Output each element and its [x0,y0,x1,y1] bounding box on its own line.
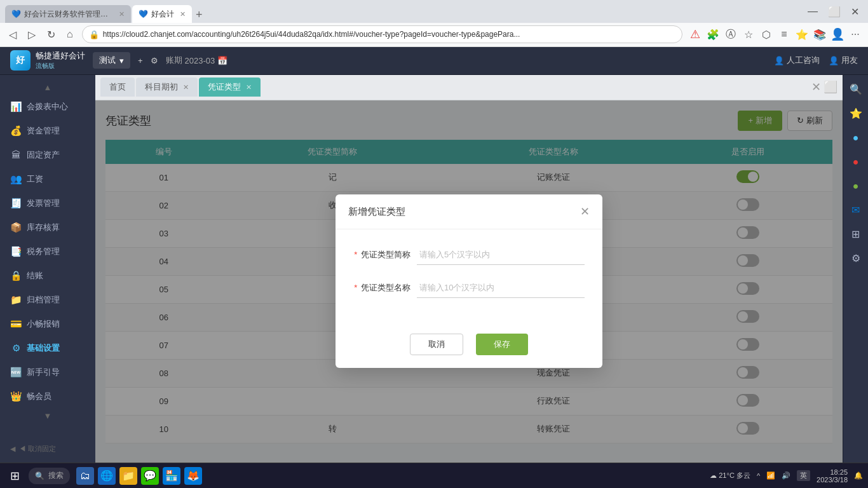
task-icon-store[interactable]: 🏪 [163,467,180,485]
short-name-input[interactable] [417,245,585,265]
right-outlook-icon[interactable]: ✉ [846,201,865,220]
right-blue-icon[interactable]: ● [846,128,865,147]
zoom-icon[interactable]: Ⓐ [724,28,737,41]
screenshot-icon[interactable]: ⬡ [760,28,773,41]
taskbar: ⊞ 🔍 搜索 🗂 🌐 📁 💬 🏪 🦊 ☁ 21°C 多云 ^ 📶 🔊 英 18:… [0,463,868,488]
sidebar-item-checkout[interactable]: 🔒 结账 [0,264,95,288]
help-icon: 👤 [774,56,784,65]
favorites-icon[interactable]: ⭐ [796,28,808,41]
sidebar-item-label: 库存核算 [27,222,60,233]
help-label: 人工咨询 [787,55,820,66]
header-tools: 👤 人工咨询 👤 用友 [774,55,858,66]
right-green-icon[interactable]: ● [846,177,865,196]
settings-button[interactable]: ⚙ [151,56,158,65]
sidebar-item-invoice[interactable]: 🧾 发票管理 [0,191,95,215]
user-button[interactable]: 👤 用友 [829,55,858,66]
calendar-icon: 📅 [217,56,227,65]
home-button[interactable]: ⌂ [64,26,76,43]
cancel-button[interactable]: 取消 [410,334,463,355]
more-icon[interactable]: ··· [849,28,862,41]
short-name-label: * 凭证类型简称 [353,249,417,261]
dialog-overlay: 新增凭证类型 ✕ * 凭证类型简称 [95,100,843,463]
sidebar-item-member[interactable]: 👑 畅会员 [0,384,95,409]
workspace-selector[interactable]: 测试 ▾ [93,52,130,69]
sidebar-item-accounting-center[interactable]: 📊 会拨表中心 [0,95,95,119]
back-button[interactable]: ◁ [6,26,19,43]
extensions-icon[interactable]: 🧩 [707,28,719,41]
sidebar-item-fixed-assets[interactable]: 🏛 固定资产 [0,143,95,167]
time-block[interactable]: 18:25 2023/3/18 [817,468,848,484]
close-button[interactable]: ✕ [847,4,863,19]
minimize-button[interactable]: — [804,4,822,18]
sidebar-item-funds[interactable]: 💰 资金管理 [0,119,95,143]
reader-mode-icon[interactable]: ≡ [778,28,790,41]
sidebar-item-archive[interactable]: 📁 归档管理 [0,288,95,312]
taskbar-caret-up[interactable]: ^ [757,472,760,480]
accounting-center-icon: 📊 [10,101,22,112]
required-mark: * [354,250,357,259]
sidebar-item-inventory[interactable]: 📦 库存核算 [0,215,95,240]
star-icon[interactable]: ☆ [742,28,755,41]
page-content: 凭证类型 + 新增 ↻ 刷新 [95,100,843,463]
sidebar-collapse-btn[interactable]: ◀ ◀ 取消固定 [0,440,95,458]
maximize-button[interactable]: ⬜ [824,4,844,19]
add-workspace-button[interactable]: + [138,56,143,65]
task-icon-explorer[interactable]: 📁 [119,467,137,485]
right-settings-icon[interactable]: ⚙ [846,249,865,268]
task-icon-wechat[interactable]: 💬 [141,467,159,485]
tab1-close-btn[interactable]: ✕ [119,10,125,18]
network-icon: 📶 [766,471,775,480]
tab-subjects[interactable]: 科目期初 ✕ [136,78,198,97]
tab-subjects-close[interactable]: ✕ [183,83,189,92]
right-red-icon[interactable]: ● [846,152,865,172]
full-name-input[interactable] [417,278,585,298]
forward-button[interactable]: ▷ [25,26,38,43]
panel-close-btn[interactable]: ✕ [811,80,821,94]
task-icon-files[interactable]: 🗂 [76,467,94,485]
refresh-button[interactable]: ↻ [44,26,58,43]
address-bar: ◁ ▷ ↻ ⌂ 🔒 https://cloud2.chanjet.com/acc… [0,23,868,47]
panel-expand-btn[interactable]: ⬜ [824,80,837,94]
dialog-close-btn[interactable]: ✕ [580,205,590,219]
tab1-favicon: 💙 [11,10,21,18]
sidebar-item-label: 新手引导 [27,367,60,378]
notification-icon[interactable]: 🔔 [854,471,863,480]
sidebar-item-guide[interactable]: 🆕 新手引导 [0,360,95,384]
sidebar-scroll-down[interactable]: ▼ [0,409,95,423]
add-icon: + [138,56,143,65]
browser-tab-1[interactable]: 💙 好会计云财务软件管理系统_会计 ✕ [5,5,131,23]
user-icon: 👤 [829,56,839,65]
sidebar-scroll-up[interactable]: ▲ [0,80,95,95]
tab2-close-btn[interactable]: ✕ [180,10,186,18]
save-button[interactable]: 保存 [476,334,528,355]
sidebar-item-payroll[interactable]: 👥 工资 [0,167,95,191]
right-search-icon[interactable]: 🔍 [846,80,865,99]
settings-icon: ⚙ [151,56,158,65]
tab-home[interactable]: 首页 [100,78,135,97]
input-indicator[interactable]: 英 [797,470,810,481]
help-button[interactable]: 👤 人工咨询 [774,55,820,66]
start-button[interactable]: ⊞ [5,466,25,485]
profile-icon[interactable]: 👤 [831,28,844,41]
url-input[interactable]: 🔒 https://cloud2.chanjet.com/accounting/… [82,25,682,43]
task-icon-edge[interactable]: 🦊 [184,467,202,485]
extension-icon[interactable]: ⚠ [689,28,702,41]
page-tab-bar: 首页 科目期初 ✕ 凭证类型 ✕ ✕ ⬜ [95,75,843,100]
collections-icon[interactable]: 📚 [813,28,826,41]
sidebar-item-settings[interactable]: ⚙ 基础设置 [0,336,95,360]
volume-icon: 🔊 [782,471,790,480]
right-grid-icon[interactable]: ⊞ [846,225,865,244]
new-tab-button[interactable]: + [193,8,205,22]
task-icon-browser[interactable]: 🌐 [98,467,116,485]
right-star-icon[interactable]: ⭐ [846,104,865,123]
dialog-title: 新增凭证类型 [348,206,405,218]
browser-tab-2[interactable]: 💙 好会计 ✕ [132,5,192,23]
guide-icon: 🆕 [10,367,22,378]
taskbar-search-placeholder: 搜索 [48,470,64,481]
sidebar-item-expense[interactable]: 💳 小畅报销 [0,312,95,336]
taskbar-search[interactable]: 🔍 搜索 [29,468,70,484]
sidebar-item-tax[interactable]: 📑 税务管理 [0,240,95,264]
taskbar-right: ☁ 21°C 多云 ^ 📶 🔊 英 18:25 2023/3/18 🔔 [710,468,863,484]
tab-voucher-type-close[interactable]: ✕ [246,83,252,92]
tab-voucher-type[interactable]: 凭证类型 ✕ [199,78,261,97]
